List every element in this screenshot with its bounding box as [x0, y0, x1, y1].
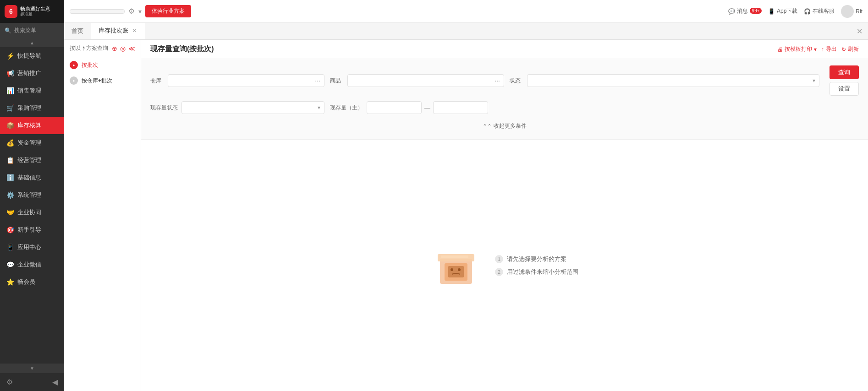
sidebar-item-quicknav[interactable]: ⚡ 快捷导航 [0, 47, 64, 65]
finance-icon: 💰 [6, 139, 14, 147]
sales-icon: 📊 [6, 87, 14, 94]
status-select[interactable]: ▾ [527, 74, 819, 87]
page-title: 现存量查询(按批次) [150, 44, 214, 54]
enterprise-icon: 🤝 [6, 209, 14, 216]
purchase-icon: 🛒 [6, 104, 14, 112]
sidebar-item-marketing[interactable]: 📢 营销推广 [0, 65, 64, 82]
tab-batch-close[interactable]: ✕ [131, 27, 137, 34]
sidebar-item-operation-label: 经营管理 [17, 156, 41, 164]
sidebar-item-inventory[interactable]: 📦 库存核算 [0, 117, 64, 134]
scheme-warehouse-batch-label: 按仓库+批次 [82, 77, 112, 85]
online-support-action[interactable]: 🎧 在线客服 [804, 7, 835, 15]
warehouse-input[interactable]: ··· [168, 74, 324, 87]
refresh-btn[interactable]: ↻ 刷新 [841, 45, 859, 53]
sidebar-header: 6 畅康通好生意 标准版 [0, 0, 64, 23]
inventory-qty-from[interactable] [367, 101, 422, 114]
goods-input[interactable]: ··· [347, 74, 504, 87]
sidebar-item-finance-label: 资金管理 [17, 139, 41, 147]
inventory-qty-filter: 现存量（主） — [330, 101, 504, 114]
sidebar-item-operation[interactable]: 📋 经营管理 [0, 152, 64, 169]
close-tab-btn[interactable]: ✕ [851, 23, 868, 39]
refresh-label: 刷新 [848, 45, 859, 53]
inventory-qty-dash: — [422, 104, 433, 111]
settings-btn[interactable]: 设置 [830, 82, 859, 96]
sidebar-item-wechat[interactable]: 💬 企业微信 [0, 256, 64, 273]
headset-icon: 🎧 [804, 8, 811, 15]
member-icon: ⭐ [6, 278, 14, 286]
sidebar-item-appcenter[interactable]: 📱 应用中心 [0, 239, 64, 256]
sidebar-scroll-down[interactable]: ▼ [0, 364, 64, 373]
topbar-left: ⚙ ▾ 体验行业方案 [70, 5, 724, 17]
scheme-header-title: 按以下方案查询 [70, 44, 108, 52]
page-title-bar: 现存量查询(按批次) 🖨 按模板打印 ▾ ↑ 导出 ↻ 刷新 [141, 40, 868, 59]
topbar-search-box[interactable] [70, 9, 125, 14]
messages-action[interactable]: 💬 消息 99+ [728, 7, 762, 15]
inventory-status-label: 现存量状态 [150, 104, 178, 112]
sidebar-scroll-up[interactable]: ▲ [0, 38, 64, 47]
user-profile[interactable]: Rit [841, 5, 863, 18]
tab-home[interactable]: 首页 [64, 23, 91, 39]
add-scheme-btn[interactable]: ⊕ [112, 45, 117, 52]
experience-btn[interactable]: 体验行业方案 [145, 5, 191, 17]
topbar-dropdown-icon[interactable]: ▾ [138, 8, 142, 15]
title-actions: 🖨 按模板打印 ▾ ↑ 导出 ↻ 刷新 [777, 45, 859, 53]
inventory-status-select[interactable]: ▾ [181, 101, 324, 114]
operation-icon: 📋 [6, 157, 14, 164]
main-area: ⚙ ▾ 体验行业方案 💬 消息 99+ 📱 App下载 🎧 在线客服 [64, 0, 868, 391]
sidebar-item-basic-label: 基础信息 [17, 174, 41, 182]
empty-tip-1: 1 请先选择要分析的方案 [495, 255, 578, 263]
scheme-header-actions: ⊕ ◎ ≪ [112, 45, 135, 52]
goods-label: 商品 [330, 77, 344, 85]
marketing-icon: 📢 [6, 70, 14, 77]
inventory-qty-to[interactable] [433, 101, 488, 114]
export-icon: ↑ [821, 46, 824, 53]
scheme-warehouse-batch-icon: ● [70, 76, 78, 85]
tabbar: 首页 库存批次账 ✕ ✕ [64, 23, 868, 40]
filter-row-2: 现存量状态 ▾ 现存量（主） — [150, 101, 859, 114]
sidebar-item-newbie[interactable]: 🎯 新手引导 [0, 221, 64, 239]
collapse-more-label: 收起更多条件 [494, 122, 527, 130]
sidebar-search[interactable]: 🔍 搜索菜单 [0, 23, 64, 38]
inventory-status-filter: 现存量状态 ▾ [150, 101, 324, 114]
empty-state: 1 请先选择要分析的方案 2 用过滤条件来缩小分析范围 [141, 140, 868, 391]
tip-1-text: 请先选择要分析的方案 [507, 255, 566, 263]
sidebar-item-purchase[interactable]: 🛒 采购管理 [0, 99, 64, 117]
empty-svg [431, 240, 481, 291]
warehouse-label: 仓库 [150, 77, 164, 85]
message-icon: 💬 [728, 8, 735, 15]
status-caret-icon: ▾ [813, 77, 815, 84]
scheme-item-warehouse-batch[interactable]: ● 按仓库+批次 [64, 73, 141, 88]
query-btn[interactable]: 查询 [830, 65, 859, 79]
sidebar-collapse-icon[interactable]: ◀ [52, 378, 58, 386]
collapse-more-btn[interactable]: ⌃⌃ 收起更多条件 [150, 119, 859, 133]
app-name: 畅康通好生意 [20, 5, 50, 12]
sidebar-item-system-label: 系统管理 [17, 191, 41, 199]
svg-rect-2 [448, 266, 464, 277]
scheme-settings-btn[interactable]: ◎ [120, 45, 126, 52]
sidebar-item-enterprise[interactable]: 🤝 企业协同 [0, 204, 64, 221]
sidebar-item-basic[interactable]: ℹ️ 基础信息 [0, 169, 64, 186]
print-btn[interactable]: 🖨 按模板打印 ▾ [777, 45, 817, 53]
sidebar-item-member[interactable]: ⭐ 畅会员 [0, 273, 64, 291]
newbie-icon: 🎯 [6, 226, 14, 234]
tab-batch[interactable]: 库存批次账 ✕ [91, 23, 145, 39]
tip-2-num: 2 [495, 268, 503, 276]
sidebar-item-finance[interactable]: 💰 资金管理 [0, 134, 64, 152]
sidebar-item-enterprise-label: 企业协同 [17, 208, 41, 217]
export-btn[interactable]: ↑ 导出 [821, 45, 837, 53]
scheme-header: 按以下方案查询 ⊕ ◎ ≪ [64, 40, 141, 57]
tip-2-text: 用过滤条件来缩小分析范围 [507, 268, 578, 276]
scheme-collapse-btn[interactable]: ≪ [128, 45, 135, 52]
app-download-action[interactable]: 📱 App下载 [768, 7, 797, 15]
scheme-batch-label: 按批次 [82, 61, 98, 69]
scheme-item-batch[interactable]: ● 按批次 [64, 57, 141, 73]
search-icon: 🔍 [5, 27, 11, 34]
empty-tips: 1 请先选择要分析的方案 2 用过滤条件来缩小分析范围 [495, 255, 578, 276]
topbar-settings-icon[interactable]: ⚙ [128, 7, 135, 16]
sidebar-item-system[interactable]: ⚙️ 系统管理 [0, 186, 64, 204]
sidebar-settings-icon[interactable]: ⚙ [6, 378, 13, 386]
sidebar: 6 畅康通好生意 标准版 🔍 搜索菜单 ▲ ⚡ 快捷导航 📢 营销推广 📊 销售… [0, 0, 64, 391]
status-filter: 状态 ▾ [510, 74, 819, 87]
print-dropdown-icon: ▾ [814, 46, 817, 53]
sidebar-item-sales[interactable]: 📊 销售管理 [0, 82, 64, 99]
